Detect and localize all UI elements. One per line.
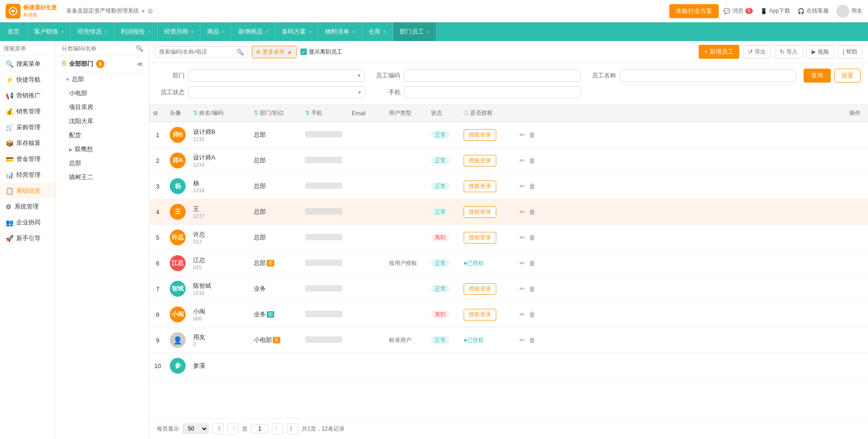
edit-btn[interactable]: ✏ xyxy=(520,285,525,293)
nav-tab-首页[interactable]: 首页 xyxy=(0,22,28,41)
dept-search-icon[interactable]: 🔍 xyxy=(136,45,143,52)
delete-btn[interactable]: 🗑 xyxy=(529,311,535,318)
app-download-btn[interactable]: 📱 App下载 xyxy=(760,7,790,15)
sidebar-item-库存核算[interactable]: 📦库存核算 xyxy=(0,135,56,151)
delete-btn[interactable]: 🗑 xyxy=(529,157,535,164)
sidebar-item-系统管理[interactable]: ⚙系统管理 xyxy=(0,199,56,215)
sidebar-item-经营管理[interactable]: 📊经营管理 xyxy=(0,167,56,183)
close-icon[interactable]: × xyxy=(104,29,107,35)
close-icon[interactable]: × xyxy=(352,29,355,35)
page-input[interactable] xyxy=(251,424,268,433)
dept-tree-item-插树王二[interactable]: 插树王二 xyxy=(56,170,149,184)
first-page-btn[interactable]: 《 xyxy=(212,423,223,434)
next-page-btn[interactable]: 〉 xyxy=(272,423,283,434)
close-icon[interactable]: × xyxy=(427,29,430,35)
add-employee-btn[interactable]: + 新增员工 xyxy=(699,45,739,59)
close-icon[interactable]: × xyxy=(222,29,225,35)
sidebar-item-企业协同[interactable]: 👥企业协同 xyxy=(0,215,56,230)
close-icon[interactable]: × xyxy=(265,29,268,35)
user-avatar[interactable]: 用友 xyxy=(836,5,862,18)
gear-icon[interactable]: ⚙ xyxy=(147,7,153,15)
delete-btn[interactable]: 🗑 xyxy=(529,234,535,241)
auth-btn[interactable]: 授权登录 xyxy=(464,181,496,192)
dept-tree-item-沈阳大库[interactable]: 沈阳大库 xyxy=(56,114,149,128)
help-btn[interactable]: | 帮助 xyxy=(838,45,862,59)
nav-tab-利润报告[interactable]: 利润报告 × xyxy=(114,22,158,41)
dept-tree-item-小电部[interactable]: 小电部 xyxy=(56,86,149,100)
nav-tab-经营情况[interactable]: 经营情况 × xyxy=(71,22,114,41)
dept-tree-item-配货[interactable]: 配货 xyxy=(56,128,149,142)
settings-icon[interactable]: ⚙ xyxy=(153,110,158,117)
dept-select[interactable]: ▾ xyxy=(188,70,365,82)
edit-btn[interactable]: ✏ xyxy=(520,182,525,190)
import-btn[interactable]: ↻ 导入 xyxy=(775,45,803,59)
message-btn[interactable]: 💬 消息 5 xyxy=(723,7,753,15)
emp-code-input[interactable] xyxy=(404,70,580,82)
emp-status-select[interactable]: ▾ xyxy=(188,86,365,98)
edit-btn[interactable]: ✏ xyxy=(520,234,525,241)
delete-btn[interactable]: 🗑 xyxy=(529,131,535,139)
more-filter-btn[interactable]: ⊛ 更多条件 ▲ xyxy=(252,46,297,58)
edit-btn[interactable]: ✏ xyxy=(520,157,525,164)
sidebar-item-资金管理[interactable]: 💳资金管理 xyxy=(0,151,56,167)
auth-btn[interactable]: 授权登录 xyxy=(464,232,496,244)
delete-btn[interactable]: 🗑 xyxy=(529,259,535,267)
edit-btn[interactable]: ✏ xyxy=(520,336,525,344)
trial-btn[interactable]: 体验行业方案 xyxy=(669,4,719,18)
query-btn[interactable]: 查询 xyxy=(804,69,831,83)
dropdown-arrow-icon[interactable]: ▾ xyxy=(142,8,145,14)
delete-btn[interactable]: 🗑 xyxy=(529,208,535,216)
nav-tab-物料清单[interactable]: 物料清单 × xyxy=(319,22,362,41)
search-icon[interactable]: 🔍 xyxy=(236,49,244,56)
dept-tree-item-双鹰想[interactable]: ▶双鹰想 xyxy=(56,142,149,156)
emp-name-input[interactable] xyxy=(620,70,796,82)
sidebar-item-搜索菜单[interactable]: 🔍搜索菜单 xyxy=(0,56,56,72)
view-btn[interactable]: ▶ 视频 xyxy=(806,45,834,59)
edit-btn[interactable]: ✏ xyxy=(520,259,525,267)
online-service-btn[interactable]: 🎧 在线客服 xyxy=(798,7,829,15)
edit-btn[interactable]: ✏ xyxy=(520,208,525,216)
sidebar-item-采购管理[interactable]: 🛒采购管理 xyxy=(0,119,56,135)
dept-tree-item-总部[interactable]: 总部 xyxy=(56,156,149,170)
prev-page-btn[interactable]: 〈 xyxy=(227,423,238,434)
sidebar-search-input[interactable] xyxy=(4,45,56,52)
collapse-btn[interactable]: ≪ xyxy=(137,61,143,68)
sidebar-item-营销推广[interactable]: 📢营销推广 xyxy=(0,88,56,104)
nav-tab-部门员工[interactable]: 部门员工 × xyxy=(393,22,437,41)
sidebar-item-快捷导航[interactable]: ⚡快捷导航 xyxy=(0,72,56,88)
delete-btn[interactable]: 🗑 xyxy=(529,182,535,190)
nav-tab-新增商品[interactable]: 新增商品 × xyxy=(232,22,275,41)
close-icon[interactable]: × xyxy=(148,29,151,35)
close-icon[interactable]: × xyxy=(383,29,386,35)
dept-tree-item-总部[interactable]: ▼总部 xyxy=(56,72,149,86)
nav-tab-经营历程[interactable]: 经营历程 × xyxy=(158,22,201,41)
auth-btn[interactable]: 授权登录 xyxy=(464,283,496,295)
nav-tab-仓库[interactable]: 仓库 × xyxy=(362,22,393,41)
sidebar-item-基础信息[interactable]: 📋基础信息 xyxy=(0,183,56,199)
dept-tree-item-项目库房[interactable]: 项目库房 xyxy=(56,100,149,114)
edit-btn[interactable]: ✏ xyxy=(520,131,525,139)
close-icon[interactable]: × xyxy=(309,29,312,35)
reset-btn[interactable]: 设置 xyxy=(834,69,861,83)
delete-btn[interactable]: 🗑 xyxy=(529,285,535,293)
auth-btn[interactable]: 授权登录 xyxy=(464,206,496,218)
search-input[interactable] xyxy=(159,49,235,55)
phone-input[interactable] xyxy=(404,86,581,98)
export-btn[interactable]: ↺ 导出 xyxy=(743,45,771,59)
edit-btn[interactable]: ✏ xyxy=(520,311,525,318)
show-resigned-toggle[interactable]: ✓ 显示离职员工 xyxy=(300,48,342,56)
sidebar-item-销售管理[interactable]: 💰销售管理 xyxy=(0,104,56,119)
auth-btn[interactable]: 授权登录 xyxy=(464,129,496,141)
last-page-btn[interactable]: 》 xyxy=(287,423,298,434)
nav-tab-商品[interactable]: 商品 × xyxy=(201,22,232,41)
auth-btn[interactable]: 授权登录 xyxy=(464,309,496,321)
close-icon[interactable]: × xyxy=(191,29,194,35)
nav-tab-条码方案[interactable]: 条码方案 × xyxy=(275,22,319,41)
sidebar-item-新手引导[interactable]: 🚀新手引导 xyxy=(0,230,56,246)
per-page-select[interactable]: 50 100 200 xyxy=(183,424,208,434)
auth-btn[interactable]: 授权登录 xyxy=(464,155,496,167)
nav-tab-客户联络[interactable]: 客户联络 × xyxy=(28,22,71,41)
dept-search-input[interactable] xyxy=(62,45,134,52)
close-icon[interactable]: × xyxy=(61,29,64,35)
delete-btn[interactable]: 🗑 xyxy=(529,336,535,344)
